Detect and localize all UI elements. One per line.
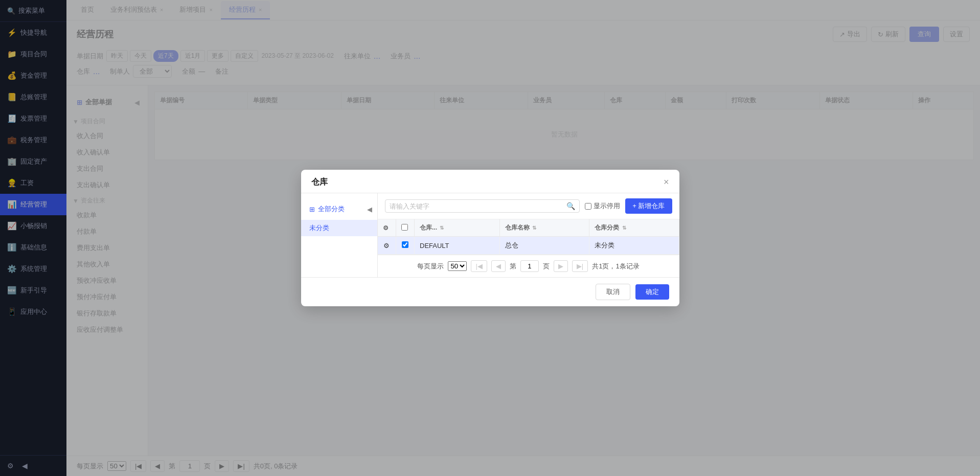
row-category: 未分类 <box>589 237 679 255</box>
modal-search-box[interactable]: 🔍 <box>385 199 580 213</box>
modal-footer: 取消 确定 <box>301 277 679 306</box>
modal-per-page-select[interactable]: 50 <box>448 261 467 271</box>
grid-icon-modal: ⊞ <box>309 206 315 213</box>
modal-uncategorized[interactable]: 未分类 <box>301 220 377 236</box>
modal-prev-page[interactable]: ◀ <box>491 260 506 272</box>
table-row[interactable]: ⚙ DEFAULT 总仓 未分类 <box>378 237 679 255</box>
modal-header: 仓库 × <box>301 170 679 193</box>
modal-page-label: 第 <box>510 262 516 271</box>
cancel-button[interactable]: 取消 <box>596 284 630 300</box>
modal-col-code: 仓库... ⇅ <box>415 219 500 237</box>
modal-col-name: 仓库名称 ⇅ <box>500 219 589 237</box>
modal-page-suffix: 页 <box>543 262 550 271</box>
show-disabled-label[interactable]: 显示停用 <box>585 201 620 211</box>
modal-body: ⊞ 全部分类 ◀ 未分类 🔍 显示停用 <box>301 193 679 277</box>
confirm-button[interactable]: 确定 <box>635 284 669 300</box>
modal-toolbar: 🔍 显示停用 + 新增仓库 <box>378 193 679 219</box>
modal-left-nav: ⊞ 全部分类 ◀ 未分类 <box>301 193 378 277</box>
modal-col-category: 仓库分类 ⇅ <box>589 219 679 237</box>
warehouse-modal: 仓库 × ⊞ 全部分类 ◀ 未分类 <box>301 170 679 306</box>
modal-next-page[interactable]: ▶ <box>554 260 568 272</box>
modal-page-input[interactable] <box>520 260 539 272</box>
modal-pagination: 每页显示 50 |◀ ◀ 第 页 ▶ ▶| 共1页，1条记录 <box>378 255 679 277</box>
modal-close-button[interactable]: × <box>664 177 669 188</box>
modal-per-page-label: 每页显示 <box>417 262 444 271</box>
modal-col-checkbox <box>396 219 415 237</box>
row-code: DEFAULT <box>415 237 500 255</box>
row-settings-icon[interactable]: ⚙ <box>378 237 396 255</box>
row-name: 总仓 <box>500 237 589 255</box>
sort-arrows-code[interactable]: ⇅ <box>440 225 444 231</box>
sort-arrows-name[interactable]: ⇅ <box>532 225 536 231</box>
select-all-checkbox[interactable] <box>401 224 408 231</box>
add-warehouse-button[interactable]: + 新增仓库 <box>625 198 672 214</box>
modal-table-container: ⚙ 仓库... ⇅ 仓库名称 ⇅ <box>378 219 679 255</box>
row-select-checkbox[interactable] <box>402 241 408 248</box>
modal-overlay: 仓库 × ⊞ 全部分类 ◀ 未分类 <box>0 0 980 476</box>
modal-nav-collapse[interactable]: ◀ <box>364 203 375 215</box>
modal-title: 仓库 <box>311 177 328 188</box>
modal-first-page[interactable]: |◀ <box>471 260 487 272</box>
modal-search-icon: 🔍 <box>566 202 575 210</box>
show-disabled-checkbox[interactable] <box>585 203 591 210</box>
sort-arrows-category[interactable]: ⇅ <box>622 225 626 231</box>
modal-right: 🔍 显示停用 + 新增仓库 ⚙ <box>378 193 679 277</box>
modal-search-input[interactable] <box>390 202 567 210</box>
modal-warehouse-table: ⚙ 仓库... ⇅ 仓库名称 ⇅ <box>378 219 679 255</box>
modal-last-page[interactable]: ▶| <box>572 260 588 272</box>
modal-all-category[interactable]: ⊞ 全部分类 <box>303 200 351 218</box>
modal-col-settings[interactable]: ⚙ <box>378 219 396 237</box>
row-checkbox[interactable] <box>396 237 415 255</box>
modal-total-text: 共1页，1条记录 <box>592 262 639 271</box>
